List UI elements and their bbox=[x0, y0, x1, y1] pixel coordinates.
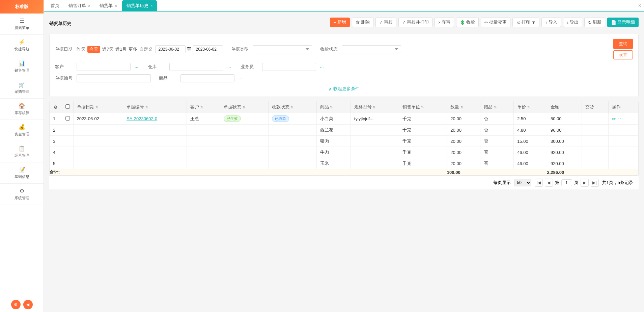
set-button[interactable]: 设置 bbox=[613, 50, 633, 59]
page-size-select[interactable]: 50 20 100 bbox=[514, 179, 531, 186]
tab-sales-order[interactable]: 销售订单 × bbox=[64, 0, 94, 11]
shortcut-yesterday[interactable]: 昨天 bbox=[77, 46, 85, 52]
tab-sales-history-close[interactable]: × bbox=[150, 4, 152, 8]
first-page-btn[interactable]: |◀ bbox=[535, 179, 543, 187]
shortcut-7days[interactable]: 近7天 bbox=[102, 46, 113, 52]
sort-unit-icon[interactable]: ⇅ bbox=[421, 105, 424, 109]
doc-no-link[interactable]: SA-20230602-0 bbox=[127, 116, 157, 121]
sidebar: 标准版 ☰ 搜索菜单 ⚡ 快捷导航 📊 销售管理 🛒 采购管理 🏠 库存核算 💰… bbox=[0, 0, 44, 312]
row-checkbox[interactable] bbox=[62, 158, 73, 169]
shortcut-1month[interactable]: 近1月 bbox=[115, 46, 127, 52]
prev-page-btn[interactable]: ◀ bbox=[545, 179, 553, 187]
sort-doc-date-icon[interactable]: ⇅ bbox=[95, 105, 98, 109]
salesperson-picker-btn[interactable]: ··· bbox=[319, 64, 325, 70]
import-button[interactable]: ↑ 导入 bbox=[541, 18, 561, 27]
customer-picker-btn[interactable]: ··· bbox=[133, 64, 140, 70]
sort-pay-status-icon[interactable]: ⇅ bbox=[290, 105, 293, 109]
cell-doc-status: 已生效 bbox=[220, 113, 269, 125]
col-checkbox[interactable] bbox=[62, 101, 73, 113]
col-doc-date: 单据日期 ⇅ bbox=[73, 101, 123, 113]
collapse-filter-btn[interactable]: ∧ 收起更多条件 bbox=[55, 86, 633, 92]
cell-customer bbox=[187, 147, 220, 158]
sidebar-collapse-btn[interactable]: ◀ bbox=[23, 300, 33, 309]
page-number-input[interactable] bbox=[561, 179, 572, 186]
sidebar-item-basic-info[interactable]: 📝 基础信息 bbox=[0, 162, 44, 184]
show-detail-button[interactable]: 📄 显示明细 bbox=[607, 18, 639, 27]
sidebar-item-purchase-mgmt[interactable]: 🛒 采购管理 bbox=[0, 77, 44, 99]
cell-product: 牛肉 bbox=[316, 147, 351, 158]
cell-unit: 千克 bbox=[399, 158, 447, 169]
row-select-checkbox[interactable] bbox=[65, 116, 70, 121]
next-page-btn[interactable]: ▶ bbox=[581, 179, 589, 187]
sort-qty-icon[interactable]: ⇅ bbox=[460, 105, 463, 109]
cell-product: 玉米 bbox=[316, 158, 351, 169]
cell-pay-status bbox=[268, 158, 316, 169]
date-from-input[interactable] bbox=[155, 45, 186, 53]
product-input[interactable] bbox=[180, 74, 234, 82]
row-checkbox[interactable] bbox=[62, 136, 73, 147]
cell-customer bbox=[187, 158, 220, 169]
batch-change-button[interactable]: ✏ 批量变更 bbox=[481, 18, 510, 27]
pay-status-select[interactable] bbox=[342, 45, 401, 53]
sidebar-item-sales-mgmt[interactable]: 📊 销售管理 bbox=[0, 56, 44, 77]
customer-input[interactable] bbox=[77, 63, 131, 71]
date-to-input[interactable] bbox=[193, 45, 223, 53]
product-picker-btn[interactable]: ··· bbox=[237, 75, 244, 82]
row-checkbox[interactable] bbox=[62, 125, 73, 136]
edit-icon[interactable]: ✏ bbox=[612, 116, 616, 122]
sort-spec-icon[interactable]: ⇅ bbox=[373, 105, 375, 109]
salesperson-input[interactable] bbox=[262, 63, 316, 71]
row-checkbox[interactable] bbox=[62, 113, 73, 125]
print-button[interactable]: 🖨 打印 ▼ bbox=[512, 18, 539, 27]
product-label: 商品 bbox=[159, 75, 178, 81]
sidebar-item-finance[interactable]: 💰 资金管理 bbox=[0, 120, 44, 141]
export-button[interactable]: ↓ 导出 bbox=[563, 18, 583, 27]
warehouse-picker-btn[interactable]: ··· bbox=[226, 64, 232, 70]
window-close-btn[interactable]: × bbox=[638, 3, 641, 9]
sort-gift-icon[interactable]: ⇅ bbox=[494, 105, 497, 109]
show-detail-icon: 📄 bbox=[611, 20, 616, 25]
row-checkbox[interactable] bbox=[62, 147, 73, 158]
select-all-checkbox[interactable] bbox=[65, 104, 70, 109]
collect-button[interactable]: 💲 收款 bbox=[456, 18, 479, 27]
delete-button[interactable]: 🗑 删除 bbox=[352, 18, 373, 27]
last-page-btn[interactable]: ▶| bbox=[591, 179, 599, 187]
sidebar-item-system-mgmt[interactable]: ⚙ 系统管理 bbox=[0, 184, 44, 205]
cell-transaction bbox=[582, 136, 608, 147]
shortcut-today[interactable]: 今天 bbox=[87, 46, 100, 53]
tab-sales-delivery[interactable]: 销货单 × bbox=[95, 0, 121, 11]
sidebar-item-operations[interactable]: 📋 经营管理 bbox=[0, 141, 44, 162]
shortcut-custom[interactable]: 自定义 bbox=[139, 46, 152, 52]
cell-amount: 300.00 bbox=[547, 136, 582, 147]
shortcut-more[interactable]: 更多 bbox=[129, 46, 137, 52]
audit-button[interactable]: ✓ 审核 bbox=[375, 18, 396, 27]
sort-product-icon[interactable]: ⇅ bbox=[330, 105, 333, 109]
refresh-button[interactable]: ↻ 刷新 bbox=[584, 18, 605, 27]
sort-doc-no-icon[interactable]: ⇅ bbox=[145, 105, 148, 109]
audit-print-button[interactable]: ✓ 审核并打印 bbox=[398, 18, 432, 27]
doc-type-select[interactable] bbox=[253, 45, 312, 53]
tab-sales-delivery-close[interactable]: × bbox=[115, 4, 117, 8]
doc-no-input[interactable] bbox=[77, 74, 151, 82]
tab-sales-order-close[interactable]: × bbox=[88, 4, 90, 8]
new-button[interactable]: + 新增 bbox=[330, 18, 350, 27]
query-button[interactable]: 查询 bbox=[613, 39, 633, 49]
sidebar-item-quick-nav[interactable]: ⚡ 快捷导航 bbox=[0, 35, 44, 56]
sidebar-item-search-menu[interactable]: ☰ 搜索菜单 bbox=[0, 14, 44, 35]
tab-home[interactable]: 首页 bbox=[47, 0, 63, 11]
more-icon[interactable]: ⋯ bbox=[618, 116, 623, 122]
sort-doc-status-icon[interactable]: ⇅ bbox=[243, 105, 245, 109]
doc-status-badge: 已生效 bbox=[224, 115, 241, 122]
sidebar-settings-btn[interactable]: ⚙ bbox=[11, 300, 21, 309]
filter-date: 单据日期 昨天 今天 近7天 近1月 更多 自定义 至 bbox=[55, 45, 223, 53]
purchase-mgmt-icon: 🛒 bbox=[19, 81, 25, 88]
sort-unit-price-icon[interactable]: ⇅ bbox=[527, 105, 530, 109]
sort-customer-icon[interactable]: ⇅ bbox=[200, 105, 203, 109]
tab-sales-history[interactable]: 销货单历史 × bbox=[122, 0, 157, 11]
salesperson-label: 业务员 bbox=[241, 64, 259, 70]
col-settings[interactable]: ⚙ bbox=[50, 101, 62, 113]
warehouse-input[interactable] bbox=[169, 63, 223, 71]
cell-actions bbox=[608, 147, 638, 158]
sidebar-item-inventory[interactable]: 🏠 库存核算 bbox=[0, 99, 44, 120]
abandon-button[interactable]: × 弃审 bbox=[435, 18, 454, 27]
